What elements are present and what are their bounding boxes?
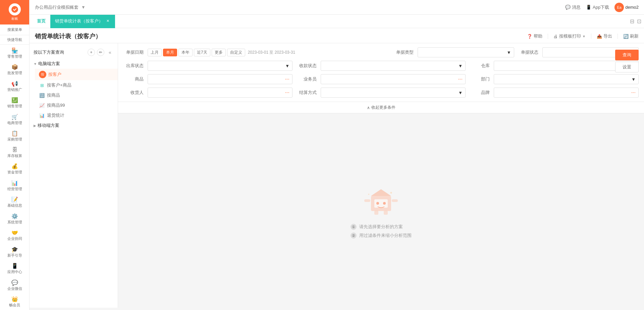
receiver-label: 收货人 (123, 90, 144, 96)
sidebar-item-retail[interactable]: 🏪 零售管理 (0, 45, 29, 61)
settlement-label: 结算方式 (297, 90, 317, 96)
tab-sales-stat[interactable]: 销货单统计表（按客户） ✕ (50, 15, 115, 28)
template-print-label: 按模板打印 (559, 33, 581, 39)
order-status-label: 单据状态 (518, 49, 538, 55)
sidebar-item-sales[interactable]: 💹 销售管理 (0, 94, 29, 111)
brand-select[interactable]: ··· (494, 88, 639, 98)
sidebar-item-inventory[interactable]: 🗄 库存核算 (0, 144, 29, 161)
filter-row-4: 收货人 ··· 结算方式 ▼ 品牌 ··· (123, 88, 639, 98)
help-btn[interactable]: ❓ 帮助 (527, 33, 542, 39)
sidebar-item-newbie[interactable]: 🎓 新手引导 (0, 244, 29, 260)
collapse-bar[interactable]: ∧ 收起更多条件 (118, 102, 644, 113)
date-btn-custom[interactable]: 自定义 (227, 49, 245, 56)
salesperson-select[interactable]: ··· (321, 74, 466, 84)
sidebar-item-basic[interactable]: 📝 基础信息 (0, 194, 29, 210)
tree-item-product[interactable]: 🔢 按商品 (35, 90, 118, 100)
header-right: 💬 消息 📱 App下载 Ea demo2 (565, 3, 639, 12)
separator3 (618, 34, 618, 39)
separator (548, 34, 548, 39)
tree-item-product99[interactable]: 📈 按商品99 (35, 100, 118, 110)
tree-item-label-return-stat: 退货统计 (47, 112, 64, 118)
date-btn-this-year[interactable]: 本年 (178, 49, 193, 56)
sidebar-item-label: 资金管理 (7, 170, 22, 174)
quick-nav-label[interactable]: 快捷导航 (7, 37, 22, 42)
order-type-chevron-icon: ▼ (507, 50, 511, 55)
sidebar-item-member[interactable]: 👑 畅会员 (0, 293, 29, 310)
member-icon: 👑 (11, 296, 18, 302)
svg-text:✦: ✦ (368, 193, 370, 196)
system-icon: ⚙️ (11, 213, 18, 219)
refresh-btn[interactable]: 🔄 刷新 (623, 33, 639, 39)
date-btn-this-month[interactable]: 本月 (163, 49, 177, 56)
sidebar-item-wechat[interactable]: 💬 企业微信 (0, 277, 29, 293)
sidebar-item-enterprise[interactable]: 🤝 企业协同 (0, 227, 29, 243)
expand-arrow-icon: ▼ (34, 62, 37, 66)
receiver-select[interactable]: ··· (148, 88, 292, 98)
settings-button[interactable]: 设置 (615, 62, 639, 72)
close-icon[interactable]: ✕ (105, 18, 110, 24)
marketing-icon: 📢 (11, 81, 18, 87)
tree-group-header-mobile[interactable]: ▶ 移动端方案 (30, 120, 118, 131)
sidebar-item-wholesale[interactable]: 📦 批发管理 (0, 61, 29, 78)
edit-scheme-btn[interactable]: ✏ (97, 49, 104, 56)
sidebar-item-system[interactable]: ⚙️ 系统管理 (0, 210, 29, 227)
sidebar-item-label: 系统管理 (7, 220, 22, 224)
minimize-icon[interactable]: ⊟ (630, 18, 634, 24)
department-select[interactable]: ▼ (494, 74, 639, 84)
settlement-select[interactable]: ▼ (321, 88, 466, 98)
window-controls: ⊟ ⊡ (630, 18, 641, 24)
sidebar-item-apps[interactable]: 📱 应用中心 (0, 260, 29, 276)
sidebar-item-purchase[interactable]: 📋 采购管理 (0, 127, 29, 144)
add-scheme-btn[interactable]: + (88, 49, 95, 56)
product-label: 商品 (123, 76, 144, 82)
app-download-btn[interactable]: 📱 App下载 (586, 4, 609, 10)
tree-item-by-customer[interactable]: 按 按客户 (35, 69, 118, 80)
template-print-btn[interactable]: 🖨 按模板打印 ▼ (553, 33, 586, 39)
export-btn[interactable]: 📤 导出 (597, 33, 612, 39)
user-info[interactable]: Ea demo2 (614, 3, 639, 12)
tree-item-label-customer: 按客户 (48, 71, 61, 78)
payment-status-select[interactable]: ▼ (321, 61, 466, 71)
message-btn[interactable]: 💬 消息 (565, 4, 581, 10)
wechat-icon: 💬 (11, 279, 18, 286)
sidebar-search[interactable]: 搜索菜单 (0, 24, 29, 35)
left-panel-title: 按以下方案查询 (34, 49, 64, 55)
page-title: 销货单统计表（按客户） (35, 32, 101, 40)
tree-item-return-stat[interactable]: 📊 退货统计 (35, 110, 118, 120)
query-button[interactable]: 查询 (615, 50, 639, 60)
sidebar-item-operation[interactable]: 📊 经营管理 (0, 177, 29, 194)
message-icon: 💬 (565, 5, 571, 10)
sidebar-item-marketing[interactable]: 📢 营销推广 (0, 78, 29, 94)
date-btn-last-month[interactable]: 上月 (148, 49, 162, 56)
maximize-icon[interactable]: ⊡ (637, 18, 641, 24)
sidebar-item-finance[interactable]: 💰 资金管理 (0, 161, 29, 177)
date-btn-7days[interactable]: 近7天 (194, 49, 210, 56)
filter-row-2: 出库状态 ▼ 收款状态 ▼ 仓库 ··· (123, 61, 639, 71)
tree-group-label-pc: 电脑端方案 (38, 61, 114, 67)
product-select[interactable]: ··· (148, 74, 292, 84)
tab-home[interactable]: 首页 (32, 15, 50, 28)
date-btn-more[interactable]: 更多 (212, 49, 226, 56)
salesperson-dots-icon: ··· (458, 76, 463, 82)
ship-chevron-icon: ▼ (285, 63, 289, 68)
product99-icon: 📈 (39, 102, 45, 108)
tip-num-2: ② (351, 232, 357, 239)
tree-group-header-pc[interactable]: ▼ 电脑端方案 (30, 59, 118, 69)
date-range-text: 2023-03-01 至 2023-03-31 (248, 50, 295, 55)
tree-item-label-product: 按商品 (47, 92, 60, 98)
ecommerce-icon: 🛒 (11, 114, 18, 120)
collapse-left-btn[interactable]: « (106, 49, 114, 56)
sidebar-item-label: 新手引导 (7, 253, 22, 258)
dropdown-icon[interactable]: ▼ (81, 5, 86, 10)
floating-action-btns: 查询 设置 (615, 50, 639, 72)
user-name: demo2 (625, 5, 639, 10)
quick-nav[interactable]: 快捷导航 (0, 35, 29, 45)
ship-status-select[interactable]: ▼ (148, 61, 292, 71)
search-menu-label[interactable]: 搜索菜单 (7, 27, 22, 32)
tree-item-customer-product[interactable]: ⊞ 按客户+商品 (35, 80, 118, 90)
salesperson-label: 业务员 (297, 76, 317, 82)
main-area: 办公用品行业模拟账套 ▼ 💬 消息 📱 App下载 Ea demo2 首页 销货… (30, 0, 644, 310)
sidebar-item-ecommerce[interactable]: 🛒 电商管理 (0, 111, 29, 127)
order-type-select[interactable]: ▼ (418, 47, 514, 57)
sidebar-item-label: 批发管理 (7, 71, 22, 75)
